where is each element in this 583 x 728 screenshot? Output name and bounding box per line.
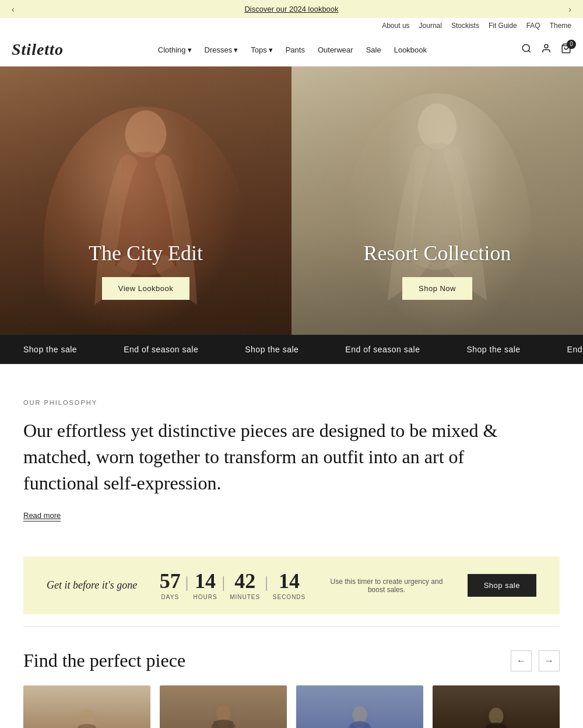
svg-line-1 — [528, 50, 530, 52]
section-divider — [23, 626, 560, 626]
timer-hours: 14 HOURS — [193, 570, 217, 600]
timer-minutes-label: MINUTES — [230, 594, 260, 600]
svg-point-11 — [216, 705, 230, 722]
find-header: Find the perfect piece ← → — [23, 650, 560, 671]
clothing-chevron-icon: ▾ — [188, 46, 192, 54]
nav-journal[interactable]: Journal — [419, 22, 442, 30]
product-grid — [23, 685, 560, 728]
announcement-next-arrow[interactable]: › — [568, 5, 571, 14]
sale-banner: Shop the sale End of season sale Shop th… — [0, 335, 583, 364]
philosophy-section: OUR PHILOSOPHY Our effortless yet distin… — [0, 364, 525, 545]
find-nav: ← → — [511, 650, 560, 671]
nav-outerwear[interactable]: Outerwear — [318, 46, 353, 54]
timer-days-label: DAYS — [160, 594, 181, 600]
hero-right-title: Resort Collection — [306, 241, 568, 265]
hero-right-button[interactable]: Shop Now — [402, 277, 472, 300]
svg-point-16 — [352, 706, 367, 724]
product-image-4 — [433, 685, 560, 728]
timer-seconds: 14 SECONDS — [273, 570, 305, 600]
product-image-2 — [160, 685, 287, 728]
svg-point-5 — [418, 104, 456, 150]
read-more-link[interactable]: Read more — [23, 511, 61, 522]
cart-count: 0 — [567, 40, 576, 49]
countdown-timer: 57 DAYS | 14 HOURS | 42 MINUTES | 14 SEC… — [160, 570, 305, 600]
banner-item-4[interactable]: End of season sale — [322, 345, 443, 354]
sale-banner-scroll: Shop the sale End of season sale Shop th… — [0, 345, 583, 354]
hero-left-button[interactable]: View Lookbook — [102, 277, 189, 300]
find-section: Find the perfect piece ← → — [0, 638, 583, 728]
philosophy-text: Our effortless yet distinctive pieces ar… — [23, 418, 501, 496]
dresses-chevron-icon: ▾ — [234, 46, 238, 54]
search-icon[interactable] — [521, 43, 532, 57]
product-card-1[interactable] — [23, 685, 150, 728]
nav-lookbook[interactable]: Lookbook — [394, 46, 427, 54]
announcement-link[interactable]: Discover our 2024 lookbook — [244, 5, 338, 13]
svg-point-4 — [125, 110, 167, 158]
nav-faq[interactable]: FAQ — [526, 22, 540, 30]
timer-sep-2: | — [222, 573, 226, 592]
find-next-button[interactable]: → — [539, 650, 560, 671]
timer-sep-1: | — [185, 573, 189, 592]
section-label-philosophy: OUR PHILOSOPHY — [23, 399, 501, 406]
main-nav: Stiletto Clothing ▾ Dresses ▾ Tops ▾ Pan… — [0, 33, 583, 66]
hero-panel-left: The City Edit View Lookbook — [0, 66, 292, 335]
product-card-4[interactable] — [433, 685, 560, 728]
nav-theme[interactable]: Theme — [550, 22, 571, 30]
timer-minutes-value: 42 — [230, 570, 260, 592]
timer-seconds-label: SECONDS — [273, 594, 305, 600]
hero-panel-right: Resort Collection Shop Now — [292, 66, 583, 335]
banner-item-1[interactable]: Shop the sale — [0, 345, 100, 354]
banner-item-2[interactable]: End of season sale — [100, 345, 222, 354]
timer-sep-3: | — [265, 573, 268, 592]
find-title: Find the perfect piece — [23, 650, 185, 671]
nav-tops[interactable]: Tops ▾ — [251, 46, 272, 54]
banner-item-6[interactable]: End of season sale — [544, 345, 583, 354]
countdown-description: Use this timer to create urgency and boo… — [328, 578, 445, 594]
nav-icons: 0 — [521, 43, 571, 57]
product-card-3[interactable] — [296, 685, 423, 728]
product-image-1 — [23, 685, 150, 728]
nav-stockists[interactable]: Stockists — [451, 22, 479, 30]
shop-sale-button[interactable]: Shop sale — [468, 574, 536, 597]
timer-minutes: 42 MINUTES — [230, 570, 260, 600]
find-prev-button[interactable]: ← — [511, 650, 532, 671]
svg-point-0 — [522, 44, 529, 51]
hero-right-content: Resort Collection Shop Now — [306, 241, 568, 300]
brand-logo[interactable]: Stiletto — [12, 40, 64, 59]
nav-about[interactable]: About us — [382, 22, 409, 30]
hero-left-content: The City Edit View Lookbook — [15, 241, 277, 300]
countdown-banner: Get it before it's gone 57 DAYS | 14 HOU… — [23, 556, 560, 614]
secondary-nav: About us Journal Stockists Fit Guide FAQ… — [0, 18, 583, 33]
banner-item-3[interactable]: Shop the sale — [222, 345, 322, 354]
tops-chevron-icon: ▾ — [269, 46, 273, 54]
nav-links: Clothing ▾ Dresses ▾ Tops ▾ Pants Outerw… — [158, 46, 427, 54]
countdown-label: Get it before it's gone — [47, 579, 137, 592]
announcement-prev-arrow[interactable]: ‹ — [12, 5, 15, 14]
product-card-2[interactable] — [160, 685, 287, 728]
timer-days: 57 DAYS — [160, 570, 181, 600]
nav-clothing[interactable]: Clothing ▾ — [158, 46, 192, 54]
nav-pants[interactable]: Pants — [286, 46, 305, 54]
timer-hours-label: HOURS — [193, 594, 217, 600]
timer-hours-value: 14 — [193, 570, 217, 592]
nav-fit-guide[interactable]: Fit Guide — [489, 22, 517, 30]
announcement-bar: ‹ Discover our 2024 lookbook › — [0, 0, 583, 18]
timer-seconds-value: 14 — [273, 570, 305, 592]
nav-dresses[interactable]: Dresses ▾ — [205, 46, 238, 54]
banner-item-5[interactable]: Shop the sale — [443, 345, 543, 354]
cart-icon[interactable]: 0 — [561, 43, 571, 57]
hero-section: The City Edit View Lookbook Resort Colle… — [0, 66, 583, 335]
product-image-3 — [296, 685, 423, 728]
svg-point-21 — [489, 708, 504, 725]
nav-sale[interactable]: Sale — [366, 46, 381, 54]
timer-days-value: 57 — [160, 570, 181, 592]
svg-point-2 — [545, 44, 548, 48]
hero-left-title: The City Edit — [15, 241, 277, 265]
account-icon[interactable] — [541, 43, 552, 57]
